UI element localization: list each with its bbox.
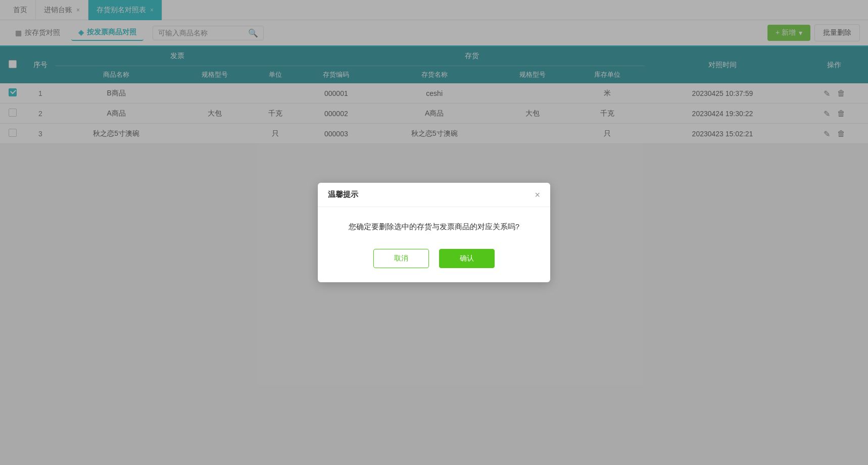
overlay: 温馨提示 × 您确定要删除选中的存货与发票商品的对应关系吗? 取消 确认 — [0, 0, 868, 144]
